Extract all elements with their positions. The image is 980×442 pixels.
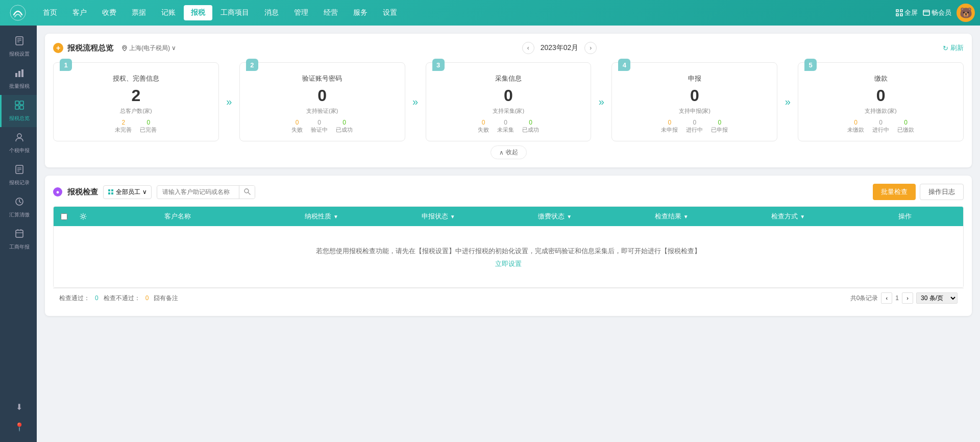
arrow-icon-3: » bbox=[599, 96, 604, 108]
nav-invoice[interactable]: 票据 bbox=[125, 5, 153, 20]
arrow-icon-1: » bbox=[226, 96, 232, 108]
svg-rect-24 bbox=[16, 230, 23, 237]
page-size-select[interactable]: 30 条/页 50 条/页 100 条/页 bbox=[916, 292, 958, 304]
th-checkbox[interactable] bbox=[54, 207, 74, 226]
operation-log-button[interactable]: 操作日志 bbox=[920, 184, 964, 200]
svg-rect-2 bbox=[900, 10, 902, 12]
svg-point-35 bbox=[82, 215, 85, 218]
sidebar-item-location[interactable]: 📍 bbox=[0, 417, 37, 437]
svg-rect-3 bbox=[896, 14, 898, 16]
th-tax-nature: 纳税性质 ▼ bbox=[263, 207, 380, 226]
th-declare-status: 申报状态 ▼ bbox=[380, 207, 497, 226]
sidebar-item-personal-tax[interactable]: 个税申报 bbox=[0, 127, 37, 159]
nav-manage[interactable]: 管理 bbox=[287, 5, 315, 20]
step-2-stats: 0 失败 0 验证中 0 已成功 bbox=[248, 119, 397, 134]
arrow-1: » bbox=[219, 62, 239, 141]
employee-selector[interactable]: 全部员工 ∨ bbox=[103, 185, 152, 199]
svg-rect-7 bbox=[16, 37, 23, 45]
next-page-button[interactable]: › bbox=[902, 292, 913, 304]
sidebar-item-download[interactable]: ⬇ bbox=[0, 397, 37, 417]
step-2-count: 0 bbox=[248, 86, 397, 105]
step-3-badge: 3 bbox=[432, 59, 445, 71]
nav-tax[interactable]: 报税 bbox=[184, 5, 212, 20]
step-1-stat-1-value[interactable]: 0 bbox=[147, 119, 151, 126]
step-3-title: 采集信息 bbox=[434, 74, 583, 83]
empty-state: 若您想使用报税检查功能，请先在【报税设置】中进行报税的初始化设置，完成密码验证和… bbox=[316, 245, 701, 268]
location-icon: 📍 bbox=[14, 422, 24, 432]
filter-icon-1[interactable]: ▼ bbox=[333, 214, 338, 219]
pass-count[interactable]: 0 bbox=[95, 294, 99, 302]
step-2-stat-0[interactable]: 0 bbox=[296, 119, 299, 126]
th-check-result: 检查结果 ▼ bbox=[613, 207, 730, 226]
step-5-stats: 0 未缴款 0 进行中 0 已缴款 bbox=[806, 119, 955, 134]
svg-rect-11 bbox=[15, 73, 17, 77]
nav-business[interactable]: 工商项目 bbox=[213, 5, 256, 20]
sidebar-item-annual-settlement[interactable]: 汇算清缴 bbox=[0, 191, 37, 224]
filter-icon-5[interactable]: ▼ bbox=[800, 214, 805, 219]
refresh-icon: ↻ bbox=[943, 44, 948, 52]
fail-count[interactable]: 0 bbox=[145, 294, 149, 302]
batch-check-button[interactable]: 批量检查 bbox=[873, 184, 916, 200]
step-5-badge: 5 bbox=[804, 59, 817, 71]
next-month-button[interactable]: › bbox=[584, 42, 597, 54]
filter-icon-3[interactable]: ▼ bbox=[567, 214, 572, 219]
table-body-empty: 若您想使用报税检查功能，请先在【报税设置】中进行报税的初始化设置，完成密码验证和… bbox=[54, 226, 963, 287]
sidebar-label-annual-settlement: 汇算清缴 bbox=[9, 211, 30, 218]
svg-rect-31 bbox=[108, 192, 110, 194]
svg-rect-13 bbox=[21, 69, 23, 77]
step-1-stat-0-value[interactable]: 2 bbox=[122, 119, 126, 126]
step-4-stats: 0 未申报 0 进行中 0 已申报 bbox=[620, 119, 769, 134]
sidebar-item-tax-overview[interactable]: 报税总览 bbox=[0, 95, 37, 127]
tax-settings-icon bbox=[14, 36, 24, 48]
nav-fee[interactable]: 收费 bbox=[95, 5, 124, 20]
svg-rect-15 bbox=[20, 101, 23, 105]
member-button[interactable]: 畅会员 bbox=[923, 8, 951, 17]
setup-link[interactable]: 立即设置 bbox=[316, 259, 701, 268]
filter-icon-4[interactable]: ▼ bbox=[683, 214, 689, 219]
nav-operation[interactable]: 经营 bbox=[316, 5, 345, 20]
app-logo bbox=[5, 5, 31, 21]
prev-page-button[interactable]: ‹ bbox=[881, 292, 892, 304]
step-4-card: 4 申报 0 支持申报(家) 0 未申报 0 进行中 bbox=[611, 62, 777, 141]
th-gear[interactable] bbox=[74, 207, 92, 226]
location-selector[interactable]: 上海(电子税局) ∨ bbox=[121, 44, 176, 53]
sidebar-item-batch-tax[interactable]: 批量报税 bbox=[0, 63, 37, 95]
chevron-down-icon: ∨ bbox=[142, 188, 147, 195]
fullscreen-button[interactable]: 全屏 bbox=[896, 8, 918, 17]
step-5-title: 缴款 bbox=[806, 74, 955, 83]
nav-home[interactable]: 首页 bbox=[36, 5, 64, 20]
nav-service[interactable]: 服务 bbox=[346, 5, 375, 20]
prev-month-button[interactable]: ‹ bbox=[522, 42, 534, 54]
sidebar-item-annual-report[interactable]: 工商年报 bbox=[0, 224, 37, 256]
refresh-button[interactable]: ↻ 刷新 bbox=[943, 43, 964, 53]
sidebar-bottom: ⬇ 📍 bbox=[0, 397, 37, 442]
flow-overview-card: + 报税流程总览 上海(电子税局) ∨ ‹ 2023年02月 › ↻ bbox=[45, 34, 972, 167]
search-box bbox=[157, 185, 255, 199]
sidebar-label-annual-report: 工商年报 bbox=[9, 243, 30, 251]
nav-accounting[interactable]: 记账 bbox=[154, 5, 183, 20]
step-2-stat-2[interactable]: 0 bbox=[342, 119, 346, 126]
nav-message[interactable]: 消息 bbox=[257, 5, 286, 20]
sidebar-item-tax-record[interactable]: 报税记录 bbox=[0, 159, 37, 191]
search-button[interactable] bbox=[239, 186, 255, 199]
sidebar-label-tax-overview: 报税总览 bbox=[9, 115, 30, 122]
select-all-checkbox[interactable] bbox=[61, 213, 67, 220]
check-title: 报税检查 bbox=[67, 187, 98, 197]
sidebar-item-tax-settings[interactable]: 报税设置 bbox=[0, 31, 37, 63]
personal-tax-icon bbox=[14, 132, 24, 145]
collapse-button[interactable]: ∧ 收起 bbox=[491, 145, 527, 159]
table-footer: 检查通过： 0 检查不通过： 0 囧有备注 共0条记录 ‹ 1 › 30 条/页… bbox=[53, 288, 964, 308]
step-2-stat-1[interactable]: 0 bbox=[317, 119, 321, 126]
user-avatar[interactable]: 🐻 bbox=[957, 4, 975, 22]
sidebar-label-tax-settings: 报税设置 bbox=[9, 51, 30, 58]
check-header-right: 批量检查 操作日志 bbox=[873, 184, 964, 200]
search-input[interactable] bbox=[157, 186, 239, 198]
annual-settlement-icon bbox=[14, 197, 24, 209]
tax-overview-icon bbox=[14, 100, 24, 113]
date-navigation: ‹ 2023年02月 › bbox=[522, 42, 597, 54]
nav-settings[interactable]: 设置 bbox=[376, 5, 404, 20]
step-1-card: 1 授权、完善信息 2 总客户数(家) 2 未完善 0 已完善 bbox=[53, 62, 219, 141]
nav-customer[interactable]: 客户 bbox=[65, 5, 94, 20]
svg-line-34 bbox=[248, 192, 250, 194]
filter-icon-2[interactable]: ▼ bbox=[450, 214, 455, 219]
